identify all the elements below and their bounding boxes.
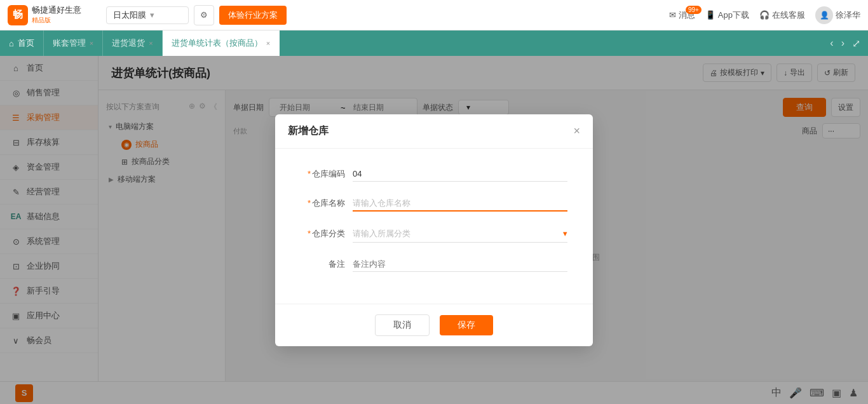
modal-close-icon[interactable]: × xyxy=(573,125,580,138)
form-row-remark: 备注 xyxy=(301,257,567,272)
tab-statistics-close-icon[interactable]: × xyxy=(266,39,270,47)
form-row-name: *仓库名称 xyxy=(301,196,567,212)
app-download-button[interactable]: 📱 App下载 xyxy=(705,10,749,21)
top-bar: 畅 畅捷通好生意 精品版 日太阳膜 ▾ ⚙ 体验行业方案 ✉ 消息 99+ 📱 … xyxy=(0,0,868,30)
modal-title: 新增仓库 xyxy=(288,125,329,138)
name-input[interactable] xyxy=(353,196,567,212)
tab-returns-close-icon[interactable]: × xyxy=(149,39,153,47)
phone-icon: 📱 xyxy=(705,10,715,20)
remark-input[interactable] xyxy=(353,257,567,272)
tab-returns[interactable]: 进货退货 × xyxy=(103,30,162,56)
headset-icon: 🎧 xyxy=(759,10,770,20)
tab-returns-label: 进货退货 xyxy=(112,37,145,49)
home-icon: ⌂ xyxy=(9,39,14,48)
tab-accounts[interactable]: 账套管理 × xyxy=(44,30,103,56)
logo-area: 畅 畅捷通好生意 精品版 xyxy=(8,5,106,25)
logo-text-line1: 畅捷通好生意 xyxy=(32,5,81,16)
category-placeholder: 请输入所属分类 xyxy=(353,228,410,239)
tab-end-buttons: ‹ › ⤢ xyxy=(827,35,868,52)
modal-overlay[interactable]: 新增仓库 × *仓库编码 *仓库名称 xyxy=(0,56,868,404)
new-warehouse-modal: 新增仓库 × *仓库编码 *仓库名称 xyxy=(275,114,593,346)
settings-icon: ⚙ xyxy=(200,10,208,20)
service-button[interactable]: 🎧 在线客服 xyxy=(759,10,805,21)
tab-accounts-label: 账套管理 xyxy=(53,37,86,49)
tab-scroll-right-icon[interactable]: › xyxy=(839,35,847,51)
store-selector[interactable]: 日太阳膜 ▾ xyxy=(106,6,189,24)
logo-icon: 畅 xyxy=(8,5,28,25)
username: 徐泽华 xyxy=(836,10,860,21)
trial-button[interactable]: 体验行业方案 xyxy=(219,6,287,25)
code-label: *仓库编码 xyxy=(301,168,345,180)
category-chevron-icon: ▾ xyxy=(563,229,567,238)
modal-header: 新增仓库 × xyxy=(275,114,593,149)
user-menu[interactable]: 👤 徐泽华 xyxy=(815,6,860,24)
form-row-category: *仓库分类 请输入所属分类 ▾ xyxy=(301,226,567,243)
save-button[interactable]: 保存 xyxy=(440,315,493,335)
tab-home-label: 首页 xyxy=(18,37,34,49)
settings-button[interactable]: ⚙ xyxy=(194,5,214,25)
logo-text-line2: 精品版 xyxy=(32,16,81,25)
modal-body: *仓库编码 *仓库名称 *仓库分类 请输入所 xyxy=(275,149,593,304)
cancel-button[interactable]: 取消 xyxy=(375,314,430,336)
form-row-code: *仓库编码 xyxy=(301,166,567,182)
tab-statistics-label: 进货单统计表（按商品） xyxy=(172,37,262,49)
service-label: 在线客服 xyxy=(772,10,805,21)
main-layout: ⌂ 首页 ◎ 销售管理 ☰ 采购管理 ⊟ 库存核算 ◈ 资金管理 ✎ 经营管理 … xyxy=(0,56,868,404)
tab-scroll-left-icon[interactable]: ‹ xyxy=(827,35,836,51)
store-name: 日太阳膜 xyxy=(113,10,146,21)
tab-bar: ⌂ 首页 账套管理 × 进货退货 × 进货单统计表（按商品） × ‹ › ⤢ xyxy=(0,30,868,56)
tab-statistics[interactable]: 进货单统计表（按商品） × xyxy=(163,30,280,56)
category-select[interactable]: 请输入所属分类 ▾ xyxy=(353,226,567,243)
messages-badge: 99+ xyxy=(686,6,702,14)
remark-label: 备注 xyxy=(301,259,345,270)
app-label: App下载 xyxy=(718,10,749,21)
store-chevron-icon: ▾ xyxy=(150,10,154,20)
modal-footer: 取消 保存 xyxy=(275,304,593,346)
message-icon: ✉ xyxy=(669,10,676,20)
name-label: *仓库名称 xyxy=(301,198,345,209)
tab-expand-icon[interactable]: ⤢ xyxy=(850,35,863,52)
code-input[interactable] xyxy=(353,166,567,182)
tab-accounts-close-icon[interactable]: × xyxy=(90,39,93,47)
messages-button[interactable]: ✉ 消息 99+ xyxy=(669,10,695,21)
top-right-area: ✉ 消息 99+ 📱 App下载 🎧 在线客服 👤 徐泽华 xyxy=(669,6,860,24)
tab-home[interactable]: ⌂ 首页 xyxy=(0,30,44,56)
avatar: 👤 xyxy=(815,6,833,24)
category-label: *仓库分类 xyxy=(301,228,345,239)
